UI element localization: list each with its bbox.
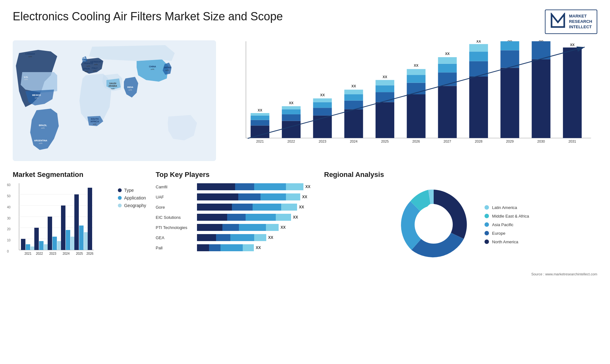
svg-text:2024: 2024 bbox=[350, 139, 357, 143]
player-bar-uaf: XX bbox=[197, 193, 315, 200]
svg-text:xx%: xx% bbox=[93, 70, 97, 72]
player-bar-gea: XX bbox=[197, 234, 315, 241]
svg-text:2027: 2027 bbox=[444, 139, 451, 143]
logo-container: MARKET RESEARCH INTELLECT bbox=[545, 10, 597, 34]
donut-chart bbox=[392, 183, 475, 266]
player-xx-uaf: XX bbox=[302, 195, 307, 199]
svg-text:SAUDI: SAUDI bbox=[109, 82, 116, 84]
svg-rect-119 bbox=[71, 237, 75, 250]
svg-text:2023: 2023 bbox=[49, 252, 57, 255]
player-row-gea: GEA XX bbox=[156, 234, 315, 241]
svg-rect-38 bbox=[251, 125, 269, 138]
svg-rect-111 bbox=[44, 244, 48, 250]
header: Electronics Cooling Air Filters Market S… bbox=[13, 10, 597, 34]
legend-label-type: Type bbox=[124, 188, 134, 193]
svg-rect-87 bbox=[500, 50, 519, 68]
svg-rect-80 bbox=[469, 77, 488, 138]
svg-text:ARGENTINA: ARGENTINA bbox=[34, 139, 47, 142]
svg-rect-113 bbox=[48, 217, 52, 250]
svg-rect-39 bbox=[251, 120, 269, 126]
svg-rect-76 bbox=[438, 64, 457, 73]
svg-rect-74 bbox=[438, 86, 457, 138]
svg-rect-57 bbox=[344, 101, 363, 110]
logo-box: MARKET RESEARCH INTELLECT bbox=[545, 10, 597, 34]
svg-rect-91 bbox=[532, 59, 551, 138]
player-bar-pall: XX bbox=[197, 244, 315, 251]
svg-text:2030: 2030 bbox=[537, 139, 545, 143]
svg-text:xx%: xx% bbox=[94, 64, 98, 65]
svg-text:CANADA: CANADA bbox=[25, 53, 35, 55]
svg-text:MEXICO: MEXICO bbox=[32, 94, 41, 96]
player-bar-pti: XX bbox=[197, 224, 315, 231]
player-row-pall: Pall XX bbox=[156, 244, 315, 251]
top-section: CANADA xx% U.S. xx% MEXICO xx% BRAZIL xx… bbox=[13, 40, 597, 161]
svg-rect-77 bbox=[438, 57, 457, 64]
legend-label-north-america: North America bbox=[492, 239, 518, 244]
player-row-gore: Gore XX bbox=[156, 204, 315, 211]
svg-rect-56 bbox=[344, 109, 363, 138]
legend-dot-type bbox=[118, 188, 122, 192]
svg-text:XX: XX bbox=[570, 43, 575, 47]
svg-rect-51 bbox=[313, 108, 332, 116]
svg-text:2023: 2023 bbox=[319, 139, 326, 143]
bar-chart-section: XX 2021 XX 2022 XX 2023 bbox=[226, 40, 597, 161]
legend-item-north-america: North America bbox=[485, 239, 529, 244]
svg-rect-68 bbox=[407, 94, 425, 138]
legend-item-application: Application bbox=[118, 195, 146, 200]
svg-rect-58 bbox=[344, 94, 363, 101]
logo-letter bbox=[550, 13, 566, 31]
legend-item-europe: Europe bbox=[485, 231, 529, 236]
legend-label-geography: Geography bbox=[124, 203, 146, 208]
legend-item-middle-east: Middle East & Africa bbox=[485, 214, 529, 219]
svg-rect-50 bbox=[313, 116, 332, 138]
svg-text:2022: 2022 bbox=[36, 252, 43, 255]
legend-label-asia-pacific: Asia Pacific bbox=[492, 222, 513, 227]
svg-rect-86 bbox=[500, 68, 519, 138]
logo-text: MARKET RESEARCH INTELLECT bbox=[569, 14, 592, 30]
svg-text:CHINA: CHINA bbox=[149, 65, 156, 68]
legend-label-middle-east: Middle East & Africa bbox=[492, 214, 529, 219]
legend-item-geography: Geography bbox=[118, 203, 146, 208]
map-section: CANADA xx% U.S. xx% MEXICO xx% BRAZIL xx… bbox=[13, 40, 216, 161]
svg-text:JAPAN: JAPAN bbox=[163, 66, 171, 69]
svg-rect-125 bbox=[88, 188, 92, 250]
svg-rect-82 bbox=[469, 51, 488, 61]
svg-text:XX: XX bbox=[320, 93, 325, 97]
svg-text:xx%: xx% bbox=[111, 88, 115, 90]
svg-text:XX: XX bbox=[476, 40, 481, 43]
svg-rect-115 bbox=[57, 241, 62, 250]
svg-rect-122 bbox=[79, 226, 84, 250]
svg-rect-88 bbox=[500, 41, 519, 51]
player-xx-gea: XX bbox=[268, 235, 273, 240]
svg-text:2021: 2021 bbox=[256, 139, 264, 143]
svg-text:SPAIN: SPAIN bbox=[83, 68, 90, 70]
legend-dot-geography bbox=[118, 204, 122, 207]
svg-rect-110 bbox=[39, 241, 44, 250]
legend-dot-latin-america bbox=[485, 205, 489, 210]
player-xx-camfil: XX bbox=[305, 185, 310, 189]
svg-text:xx%: xx% bbox=[128, 89, 132, 91]
svg-text:XX: XX bbox=[351, 84, 356, 88]
svg-rect-46 bbox=[282, 109, 301, 114]
svg-rect-109 bbox=[34, 228, 39, 250]
svg-rect-75 bbox=[438, 72, 457, 86]
svg-text:xx%: xx% bbox=[24, 78, 28, 80]
svg-text:2031: 2031 bbox=[568, 139, 576, 143]
svg-text:XX: XX bbox=[508, 40, 512, 42]
svg-text:AFRICA: AFRICA bbox=[91, 120, 99, 123]
legend-dot-application bbox=[118, 196, 122, 200]
svg-rect-71 bbox=[407, 69, 425, 75]
svg-text:xx%: xx% bbox=[85, 71, 88, 72]
svg-rect-117 bbox=[61, 206, 65, 250]
player-xx-eic: XX bbox=[293, 215, 298, 219]
svg-rect-62 bbox=[376, 102, 394, 138]
svg-rect-52 bbox=[313, 102, 332, 108]
legend-item-type: Type bbox=[118, 188, 146, 193]
svg-text:ITALY: ITALY bbox=[92, 67, 98, 69]
world-map: CANADA xx% U.S. xx% MEXICO xx% BRAZIL xx… bbox=[13, 40, 216, 161]
svg-rect-92 bbox=[532, 41, 551, 59]
svg-rect-81 bbox=[469, 61, 488, 77]
svg-rect-53 bbox=[313, 98, 332, 102]
svg-rect-114 bbox=[52, 237, 57, 250]
player-xx-pti: XX bbox=[281, 225, 286, 230]
